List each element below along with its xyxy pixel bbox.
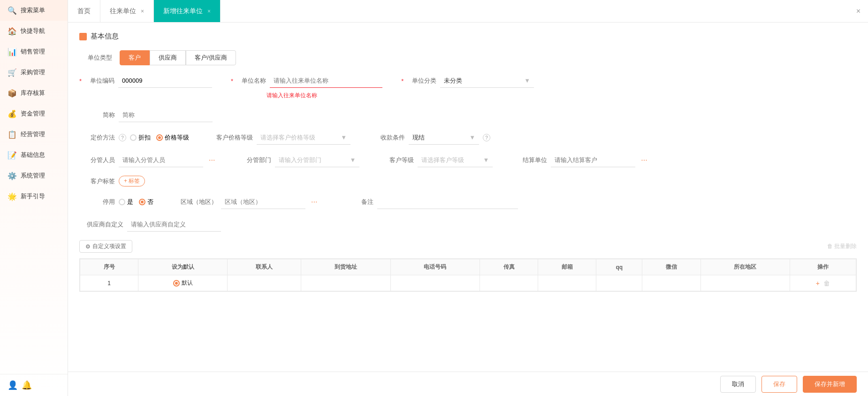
row-default: 默认	[138, 275, 228, 291]
supplier-custom-input[interactable]	[127, 217, 221, 232]
sidebar-footer: 👤 🔔	[0, 374, 68, 396]
unit-name-group: * 单位名称 请输入往来单位名称	[231, 74, 382, 100]
unit-name-label: 单位名称	[238, 77, 266, 85]
settlement-more-btn[interactable]: ···	[639, 156, 649, 164]
pricing-level-option[interactable]: 价格等级	[156, 133, 189, 142]
add-tag-button[interactable]: + 标签	[119, 176, 145, 186]
home-icon: 🏠	[8, 26, 17, 36]
col-address: 到货地址	[301, 259, 390, 275]
unit-name-input[interactable]	[270, 74, 382, 88]
remark-group: 备注	[338, 195, 518, 209]
short-name-label: 简称	[87, 111, 115, 119]
region-label: 区域（地区）	[180, 198, 217, 206]
user-icon: 👤	[8, 380, 18, 390]
sidebar-item-search[interactable]: 🔍 搜索菜单	[0, 0, 68, 21]
unit-category-label: 单位分类	[408, 77, 436, 85]
btn-both[interactable]: 客户/供应商	[186, 50, 236, 65]
sidebar-item-finance[interactable]: 💰 资金管理	[0, 103, 68, 124]
payment-help-icon[interactable]: ?	[483, 134, 490, 141]
manager-more-btn[interactable]: ···	[207, 156, 217, 164]
pricing-method-group: 定价方法 ? 折扣 价格等级	[79, 133, 189, 142]
pricing-help-icon[interactable]: ?	[119, 134, 126, 141]
save-button[interactable]: 保存	[761, 376, 797, 393]
region-group: 区域（地区） ···	[172, 195, 319, 209]
sidebar-item-operations[interactable]: 📋 经营管理	[0, 124, 68, 145]
tab-home[interactable]: 首页	[68, 0, 100, 22]
col-actions: 操作	[790, 259, 856, 275]
settings-icon: ⚙	[85, 243, 91, 250]
customer-level-chevron: ▼	[483, 156, 489, 163]
disabled-region-row: 停用 是 否 区域（地区） ···	[79, 195, 857, 209]
batch-delete-button[interactable]: 🗑 批量删除	[827, 242, 857, 250]
payment-terms-select[interactable]: 现结 ▼	[409, 131, 479, 145]
col-default: 设为默认	[138, 259, 228, 275]
row-index: 1	[80, 275, 138, 291]
customer-level-select[interactable]: 请选择客户等级 ▼	[418, 153, 493, 167]
manager-row: 分管人员 ··· 分管部门 请输入分管部门 ▼ 客户等级 请选择客户等级 ▼	[79, 153, 857, 167]
tab-partners-close[interactable]: ×	[141, 8, 144, 15]
custom-setting-button[interactable]: ⚙ 自定义项设置	[79, 240, 132, 253]
dept-label: 分管部门	[243, 156, 271, 164]
btn-supplier[interactable]: 供应商	[150, 50, 186, 65]
row-add-icon[interactable]: +	[816, 280, 820, 287]
row-fax	[480, 275, 538, 291]
customer-price-chevron: ▼	[341, 134, 347, 141]
content-area: 基本信息 单位类型 客户 供应商 客户/供应商 * 单位编码	[68, 23, 868, 372]
col-contact: 联系人	[228, 259, 301, 275]
unit-code-input[interactable]	[118, 74, 212, 88]
disabled-yes-option[interactable]: 是	[119, 198, 133, 206]
remark-label: 备注	[345, 198, 373, 206]
tab-new-partner-close[interactable]: ×	[207, 8, 211, 15]
unit-category-select[interactable]: 未分类 ▼	[440, 74, 534, 88]
manager-group: 分管人员 ···	[79, 153, 217, 167]
short-name-input[interactable]	[119, 108, 213, 122]
short-name-row: 简称	[79, 108, 857, 122]
col-phone: 电话号码	[390, 259, 480, 275]
section-icon	[79, 33, 87, 40]
row-qq	[596, 275, 642, 291]
unit-type-field: 单位类型 客户 供应商 客户/供应商	[79, 50, 236, 65]
col-wechat: 微信	[642, 259, 700, 275]
discount-radio[interactable]	[130, 134, 137, 141]
region-input[interactable]	[221, 195, 305, 209]
sidebar-item-basic-info[interactable]: 📝 基础信息	[0, 145, 68, 165]
manager-input[interactable]	[119, 153, 203, 167]
sidebar-item-purchase[interactable]: 🛒 采购管理	[0, 62, 68, 83]
customer-price-select[interactable]: 请选择客户价格等级 ▼	[257, 131, 350, 145]
unit-code-group: * 单位编码	[79, 74, 212, 88]
sidebar-item-system[interactable]: ⚙️ 系统管理	[0, 165, 68, 186]
settlement-input[interactable]	[551, 153, 635, 167]
dept-select[interactable]: 请输入分管部门 ▼	[275, 153, 359, 167]
unit-code-label: 单位编码	[86, 77, 114, 85]
customer-tag-row: 客户标签 + 标签	[79, 176, 857, 186]
disabled-group: 停用 是 否	[79, 198, 153, 206]
sidebar-item-tutorial[interactable]: 🌟 新手引导	[0, 186, 68, 207]
customer-price-label: 客户价格等级	[215, 133, 253, 142]
price-level-radio[interactable]	[156, 134, 163, 141]
inventory-icon: 📦	[8, 88, 17, 98]
row-contact	[228, 275, 301, 291]
sidebar-item-quick-nav[interactable]: 🏠 快捷导航	[0, 21, 68, 41]
pricing-discount-option[interactable]: 折扣	[130, 133, 151, 142]
sidebar-item-sales[interactable]: 📊 销售管理	[0, 41, 68, 62]
tutorial-icon: 🌟	[8, 192, 17, 201]
btn-customer[interactable]: 客户	[120, 50, 150, 65]
search-icon: 🔍	[8, 6, 17, 15]
default-radio[interactable]	[173, 280, 180, 287]
region-more-btn[interactable]: ···	[309, 198, 319, 206]
disabled-label: 停用	[87, 198, 115, 206]
row-delete-icon[interactable]: 🗑	[823, 280, 830, 287]
table-header-bar: ⚙ 自定义项设置 🗑 批量删除	[79, 240, 857, 253]
tab-partners[interactable]: 往来单位 ×	[100, 0, 154, 22]
disabled-no-radio[interactable]	[139, 199, 145, 205]
disabled-no-option[interactable]: 否	[139, 198, 153, 206]
disabled-yes-radio[interactable]	[119, 199, 125, 205]
remark-input[interactable]	[377, 195, 518, 209]
unit-category-chevron: ▼	[524, 77, 530, 84]
cancel-button[interactable]: 取消	[720, 376, 756, 393]
save-new-button[interactable]: 保存并新增	[803, 376, 857, 393]
tab-bar-close[interactable]: ×	[849, 0, 868, 22]
col-index: 序号	[80, 259, 138, 275]
tab-new-partner[interactable]: 新增往来单位 ×	[154, 0, 221, 22]
sidebar-item-inventory[interactable]: 📦 库存核算	[0, 83, 68, 103]
